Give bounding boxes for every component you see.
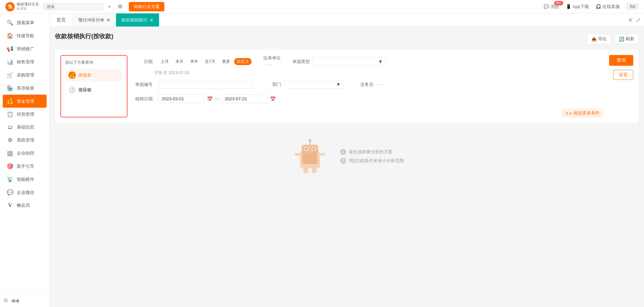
solution-button[interactable]: 体验行业方案 [129, 2, 164, 11]
filter-option-by-receivable[interactable]: 🕐 按应收 [65, 84, 123, 96]
date-btn-custom[interactable]: 自定义 [234, 58, 252, 65]
svg-point-6 [313, 148, 315, 150]
tab-verification[interactable]: 收款核销执行 ✕ [116, 13, 159, 27]
svg-rect-9 [295, 153, 300, 156]
sidebar-item-hardware[interactable]: 📡 智能硬件 [0, 173, 49, 186]
filter-option-by-receipt[interactable]: 💰 按收款 [65, 69, 123, 82]
messages-button[interactable]: 💬 消息 99+ [544, 4, 559, 10]
sidebar-item-system[interactable]: ⚙ 系统管理 [0, 134, 49, 147]
tip-number-2: 2 [340, 158, 346, 164]
calendar-end-icon[interactable]: 📅 [270, 96, 276, 102]
dept-chevron-icon: ▼ [336, 82, 340, 87]
sidebar-label-marketing: 营销推广 [17, 46, 34, 52]
sidebar-item-basic-info[interactable]: 🗂 基础信息 [0, 121, 49, 134]
message-badge: 99+ [554, 1, 563, 5]
collapse-up-icon: ∧∧ [566, 111, 572, 116]
query-button[interactable]: 查询 [609, 55, 633, 66]
filter-scheme-panel: 按以下方案查询 💰 按收款 🕐 按应收 [60, 55, 127, 117]
tip-number-1: 1 [340, 149, 346, 155]
filter-row-1: 日期 上月 本月 本年 近7天 更多 自定义 [134, 55, 604, 68]
sidebar-gear-icon[interactable]: ⚙ [3, 297, 8, 304]
sidebar-item-sales[interactable]: 📊 销售管理 [0, 55, 49, 68]
salesperson-input[interactable]: ··· [376, 81, 383, 88]
app-name-block: 畅捷通好生意 标准版 [17, 2, 39, 11]
export-button[interactable]: 📤 导出 [587, 34, 611, 44]
settings-gear-icon[interactable]: ⚙ [115, 2, 125, 11]
sidebar-item-guide[interactable]: 🎯 新手引导 [0, 160, 49, 173]
inventory-icon: 🏪 [7, 85, 13, 91]
setting-button[interactable]: 设置 [613, 70, 633, 80]
svg-rect-11 [303, 168, 308, 173]
date-btn-this-month[interactable]: 本月 [173, 58, 186, 65]
sidebar-item-business[interactable]: 📋 经营管理 [0, 108, 49, 121]
user-profile-button[interactable]: Rit [627, 3, 639, 10]
filter-collapse-row: ∧∧ 收起更多条件 [134, 109, 604, 117]
finance-icon: 💰 [7, 98, 13, 104]
sidebar-item-marketing[interactable]: 📢 营销推广 [0, 42, 49, 55]
sidebar-item-quick-nav[interactable]: 🏠 快捷导航 [0, 29, 49, 42]
search-input[interactable] [43, 3, 103, 10]
app-download-button[interactable]: 📱 App下载 [566, 4, 589, 10]
tab-bar-actions: ✕ ⤢ [625, 16, 644, 24]
collapse-more-button[interactable]: ∧∧ 收起更多条件 [561, 109, 604, 117]
tab-bar-close-icon[interactable]: ✕ [628, 16, 633, 24]
message-icon: 💬 [544, 4, 549, 9]
verification-date-start[interactable] [158, 94, 205, 103]
dropdown-arrow-icon[interactable]: ▼ [107, 4, 111, 9]
tab-prepay-close-icon[interactable]: ✕ [106, 17, 110, 23]
counterparty-input[interactable]: ··· [266, 61, 281, 68]
sidebar-item-wechat[interactable]: 💬 企业微信 [0, 186, 49, 199]
salesperson-section: 业务员 ··· [355, 81, 383, 88]
hardware-icon: 📡 [7, 176, 13, 183]
sales-icon: 📊 [7, 59, 13, 65]
tab-home[interactable]: 首页 [50, 13, 73, 27]
department-section: 部门 ▼ [263, 80, 344, 89]
date-quick-buttons: 上月 本月 本年 近7天 更多 自定义 [158, 58, 252, 65]
online-service-button[interactable]: 🎧 在线客服 [596, 4, 620, 10]
sidebar-item-member[interactable]: V 畅会员 [0, 199, 49, 212]
headset-icon: 🎧 [596, 4, 601, 9]
voucher-type-label: 单据类型 [291, 59, 310, 65]
sidebar-label-business: 经营管理 [17, 111, 34, 117]
date-btn-7days[interactable]: 近7天 [202, 58, 218, 65]
app-download-label: App下载 [573, 4, 589, 10]
tab-prepay-label: 预付冲应付单 [78, 17, 104, 23]
date-hint: 不限 至 2023-07-26 [134, 70, 604, 76]
sidebar-item-inventory[interactable]: 🏪 库存核算 [0, 82, 49, 95]
voucher-type-select[interactable]: ▼ [313, 57, 386, 66]
date-btn-last-month[interactable]: 上月 [158, 58, 171, 65]
sidebar-label-guide: 新手引导 [17, 163, 34, 169]
tab-verification-close-icon[interactable]: ✕ [150, 17, 154, 23]
counterparty-label: 往来单位 [262, 55, 281, 61]
date-btn-this-year[interactable]: 本年 [187, 58, 201, 65]
receivable-label: 按应收 [78, 87, 92, 93]
sidebar-label-finance: 资金管理 [17, 98, 34, 104]
tab-bar-expand-icon[interactable]: ⤢ [636, 16, 641, 24]
sidebar: 🔍 搜索菜单 🏠 快捷导航 📢 营销推广 📊 销售管理 🛒 采购管理 🏪 [0, 13, 50, 307]
sidebar-label-purchase: 采购管理 [17, 72, 34, 78]
verification-date-range: 📅 — 📅 [158, 94, 276, 103]
receivable-icon: 🕐 [68, 86, 76, 94]
service-label: 在线客服 [602, 4, 620, 10]
home-icon: 🏠 [7, 33, 13, 39]
department-select[interactable]: ▼ [284, 80, 344, 89]
empty-tips: 1 请先选择要分析的方案 2 用[过滤]条件来缩小分析范围 [340, 149, 404, 164]
voucher-no-input[interactable] [158, 80, 252, 89]
sidebar-collapse-icon[interactable]: ◀◀ [11, 297, 19, 304]
sidebar-item-finance[interactable]: 💰 资金管理 [3, 95, 47, 108]
sidebar-label-enterprise: 企业协同 [17, 150, 34, 156]
sidebar-item-search-menu[interactable]: 🔍 搜索菜单 [0, 16, 49, 29]
marketing-icon: 📢 [7, 46, 13, 52]
tab-prepay[interactable]: 预付冲应付单 ✕ [73, 13, 116, 27]
svg-point-5 [306, 148, 307, 150]
logo-icon: 兔 [5, 2, 15, 11]
svg-rect-1 [303, 154, 317, 164]
verification-date-end[interactable] [221, 94, 268, 103]
sidebar-item-purchase[interactable]: 🛒 采购管理 [0, 68, 49, 82]
calendar-start-icon[interactable]: 📅 [207, 96, 213, 102]
counterparty-section: 往来单位 ··· [262, 55, 281, 68]
sidebar-item-enterprise[interactable]: 🏢 企业协同 [0, 147, 49, 160]
date-btn-more[interactable]: 更多 [219, 58, 233, 65]
refresh-button[interactable]: 🔄 刷新 [614, 34, 639, 44]
salesperson-label: 业务员 [355, 82, 373, 88]
